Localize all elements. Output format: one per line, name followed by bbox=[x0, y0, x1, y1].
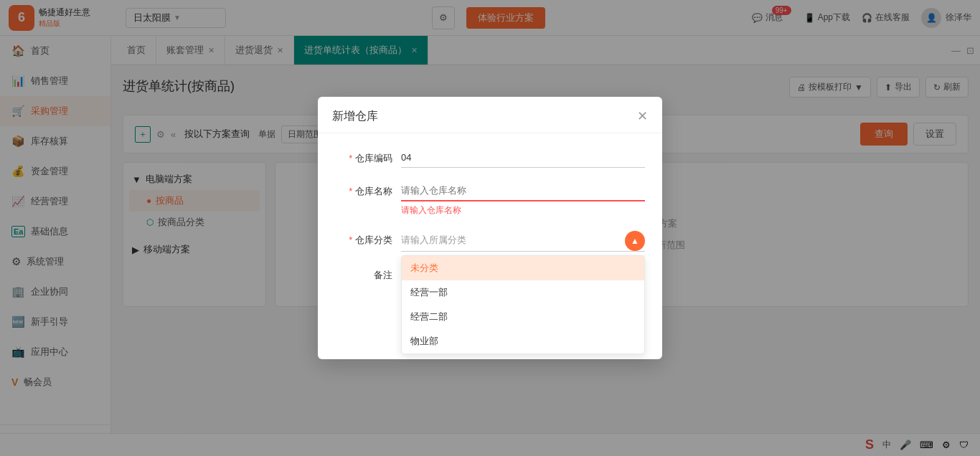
modal-header: 新增仓库 ✕ bbox=[318, 97, 662, 133]
dropdown-item-dept1[interactable]: 经营一部 bbox=[402, 280, 644, 305]
category-up-arrow[interactable]: ▲ bbox=[625, 231, 645, 251]
dropdown-item-uncategorized[interactable]: 未分类 bbox=[402, 256, 644, 280]
code-input[interactable] bbox=[401, 148, 645, 168]
name-input[interactable] bbox=[401, 181, 645, 201]
code-label: * 仓库编码 bbox=[335, 148, 392, 165]
modal-overlay: 新增仓库 ✕ * 仓库编码 * 仓库名称 bbox=[0, 0, 980, 456]
warehouse-name-row: * 仓库名称 请输入仓库名称 bbox=[335, 181, 645, 217]
add-warehouse-modal: 新增仓库 ✕ * 仓库编码 * 仓库名称 bbox=[318, 97, 662, 359]
dropdown-item-dept3[interactable]: 物业部 bbox=[402, 329, 644, 353]
modal-body: * 仓库编码 * 仓库名称 请输入仓库名称 bbox=[318, 133, 662, 312]
name-error-message: 请输入仓库名称 bbox=[401, 204, 645, 217]
modal-close-button[interactable]: ✕ bbox=[637, 108, 648, 124]
name-label: * 仓库名称 bbox=[335, 181, 392, 198]
modal-title: 新增仓库 bbox=[332, 109, 378, 124]
name-field: 请输入仓库名称 bbox=[401, 181, 645, 217]
category-select[interactable]: 请输入所属分类 bbox=[401, 229, 645, 252]
code-field bbox=[401, 148, 645, 168]
category-dropdown: 未分类 经营一部 经营二部 物业部 bbox=[401, 255, 645, 354]
dropdown-item-dept2[interactable]: 经营二部 bbox=[402, 305, 644, 329]
notes-label: 备注 bbox=[335, 265, 392, 282]
warehouse-category-row: * 仓库分类 请输入所属分类 ▲ 未分类 经营一部 经营二部 物业部 bbox=[335, 229, 645, 252]
warehouse-code-row: * 仓库编码 bbox=[335, 148, 645, 168]
category-field: 请输入所属分类 ▲ 未分类 经营一部 经营二部 物业部 bbox=[401, 229, 645, 252]
category-label: * 仓库分类 bbox=[335, 229, 392, 247]
